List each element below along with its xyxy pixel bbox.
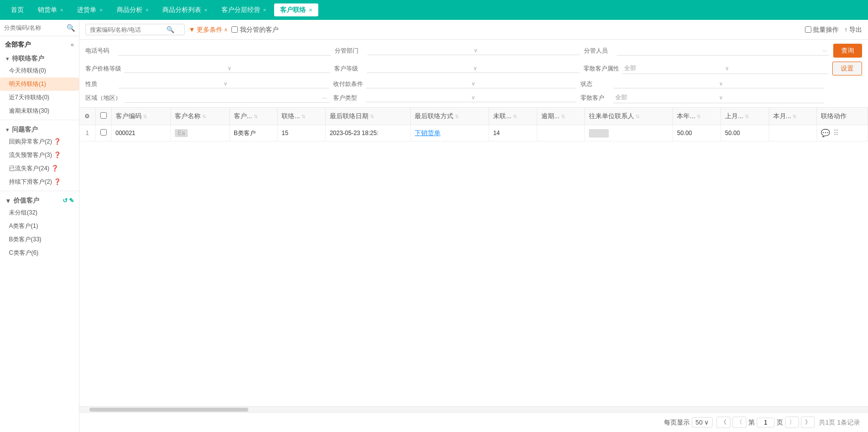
td-contact-person xyxy=(585,125,673,142)
sort-tm-icon[interactable]: ⇅ xyxy=(793,114,796,119)
close-customer-tier-icon[interactable]: × xyxy=(263,7,266,13)
close-analysis-icon[interactable]: × xyxy=(145,7,148,13)
page-unit: 页 xyxy=(777,418,783,427)
search-input[interactable] xyxy=(90,26,164,33)
export-btn[interactable]: ↑ 导出 xyxy=(845,25,863,34)
manager-input[interactable]: ··· xyxy=(617,46,829,56)
nav-item-analysis[interactable]: 商品分析 × xyxy=(111,3,154,16)
first-page-btn[interactable]: 《 xyxy=(717,417,730,428)
filter-row-4: 区域（地区） ··· 客户类型 ∨ 零散客户 全部 xyxy=(85,92,862,103)
region-select[interactable]: ··· xyxy=(124,93,329,103)
nav-item-customer-tier[interactable]: 客户分层经营 × xyxy=(216,3,272,16)
problem-customers-label: 问题客户 xyxy=(12,125,38,134)
table-body: 1 000021 Ea B类客户 15 2023-05-23 18:25: 下销… xyxy=(79,125,868,142)
nav-home[interactable]: 首页 xyxy=(5,3,30,16)
prev-page-btn[interactable]: 〈 xyxy=(732,417,746,428)
page-size-select: 每页显示 50 ∨ xyxy=(664,417,712,428)
dept-chevron-icon: ∨ xyxy=(474,47,578,54)
nature-select[interactable]: ∨ xyxy=(118,79,329,88)
batch-op-checkbox[interactable] xyxy=(805,26,811,33)
close-purchaseorder-icon[interactable]: × xyxy=(99,7,102,13)
query-btn[interactable]: 查询 xyxy=(833,44,862,58)
sort-lcd-icon[interactable]: ⇅ xyxy=(370,114,374,119)
table-header-row: ⚙ 客户编码⇅ 客户名称⇅ 客户...⇅ xyxy=(79,108,868,125)
sort-code-icon[interactable]: ⇅ xyxy=(143,114,147,119)
scrollbar-thumb[interactable] xyxy=(89,408,248,412)
th-last-contact-method: 最后联络方式⇅ xyxy=(411,108,489,125)
phone-input[interactable] xyxy=(118,46,331,56)
sidebar-item-classC[interactable]: C类客户(6) xyxy=(0,246,79,260)
th-action: 联络动作 xyxy=(817,108,868,125)
nav-item-purchaseorder[interactable]: 进货单 × xyxy=(71,3,108,16)
sidebar-item-ungrouped[interactable]: 未分组(32) xyxy=(0,206,79,219)
value-edit-icon[interactable]: ✎ xyxy=(69,197,74,204)
page-input[interactable] xyxy=(757,418,775,428)
value-refresh-icon[interactable]: ↺ xyxy=(63,197,68,204)
close-analysis-list-icon[interactable]: × xyxy=(204,7,207,13)
sort-cp-icon[interactable]: ⇅ xyxy=(636,114,640,119)
problem-customers-tri: ▼ xyxy=(5,127,10,133)
select-all-checkbox[interactable] xyxy=(100,112,107,119)
manager-dots-icon[interactable]: ··· xyxy=(822,47,827,54)
sidebar-item-overdue[interactable]: 逾期未联络(30) xyxy=(0,104,79,118)
th-contacts: 联络...⇅ xyxy=(278,108,326,125)
sort-lm-icon[interactable]: ⇅ xyxy=(745,114,749,119)
payment-terms-select[interactable]: ∨ xyxy=(366,79,577,88)
customer-type-select[interactable]: ∨ xyxy=(366,93,577,102)
customer-level-select[interactable]: ∨ xyxy=(367,64,579,73)
sidebar-item-churn-warning[interactable]: 流失预警客户(3) ❓ xyxy=(0,148,79,162)
last-contact-method-link[interactable]: 下销货单 xyxy=(415,129,440,137)
sort-lcm-icon[interactable]: ⇅ xyxy=(455,114,459,119)
td-action: 💬 ⠿ xyxy=(817,125,868,142)
batch-op-btn[interactable]: 批量操作 xyxy=(805,25,839,34)
my-customers-checkbox[interactable] xyxy=(231,26,238,33)
sidebar-item-repurchase-abnormal[interactable]: 回购异常客户(2) ❓ xyxy=(0,135,79,148)
nav-item-analysis-list[interactable]: 商品分析列表 × xyxy=(156,3,213,16)
export-label: 导出 xyxy=(849,25,862,34)
message-icon[interactable]: 💬 xyxy=(821,129,830,138)
close-customer-contact-icon[interactable]: × xyxy=(309,7,312,13)
close-salesorder-icon[interactable]: × xyxy=(60,7,63,13)
td-index: 1 xyxy=(79,125,95,142)
my-customers-checkbox-label[interactable]: 我分管的客户 xyxy=(231,25,279,34)
scatter-attr-select[interactable]: 全部 ∨ xyxy=(622,63,828,74)
sidebar-item-classB[interactable]: B类客户(33) xyxy=(0,233,79,246)
sort-nc-icon[interactable]: ⇅ xyxy=(513,114,517,119)
nav-item-customer-contact[interactable]: 客户联络 × xyxy=(274,3,318,16)
reset-btn[interactable]: 设置 xyxy=(832,62,862,75)
page-size-box[interactable]: 50 ∨ xyxy=(692,417,712,428)
dept-select[interactable]: ∨ xyxy=(367,46,580,55)
sidebar-item-tomorrow[interactable]: 明天待联络(1) xyxy=(0,77,79,91)
sidebar-search-input[interactable] xyxy=(4,24,65,31)
region-label: 区域（地区） xyxy=(85,94,121,102)
sidebar-item-declining[interactable]: 持续下滑客户(2) ❓ xyxy=(0,175,79,189)
th-not-contacted: 未联...⇅ xyxy=(489,108,537,125)
sort-ty-icon[interactable]: ⇅ xyxy=(697,114,701,119)
phone-label: 电话号码 xyxy=(85,47,115,55)
sort-overdue-icon[interactable]: ⇅ xyxy=(561,114,565,119)
price-level-select[interactable]: ∨ xyxy=(124,64,330,73)
next-page-btn[interactable]: 〉 xyxy=(785,417,799,428)
td-last-month: 50.00 xyxy=(721,125,769,142)
last-page-btn[interactable]: 》 xyxy=(801,417,815,428)
qr-icon[interactable]: ⠿ xyxy=(833,129,839,138)
horizontal-scrollbar[interactable] xyxy=(79,406,868,412)
region-dots-icon[interactable]: ··· xyxy=(322,94,327,101)
nav-item-salesorder[interactable]: 销货单 × xyxy=(32,3,69,16)
scatter-customer-select[interactable]: 全部 ∨ xyxy=(613,92,824,103)
collapse-sidebar-icon[interactable]: « xyxy=(71,41,74,48)
row-checkbox[interactable] xyxy=(100,129,107,136)
sidebar-search-icon[interactable]: 🔍 xyxy=(67,24,75,32)
th-settings[interactable]: ⚙ xyxy=(79,108,95,125)
sidebar-item-today[interactable]: 今天待联络(0) xyxy=(0,64,79,77)
status-select[interactable]: ∨ xyxy=(613,79,824,88)
sort-contacts-icon[interactable]: ⇅ xyxy=(301,114,305,119)
sidebar-item-churned[interactable]: 已流失客户(24) ❓ xyxy=(0,162,79,175)
sort-name-icon[interactable]: ⇅ xyxy=(202,114,206,119)
sidebar-item-classA[interactable]: A类客户(1) xyxy=(0,219,79,233)
more-conditions-btn[interactable]: ▼ 更多条件 ∧ xyxy=(189,25,227,34)
scatter-attr-chevron-icon: ∨ xyxy=(725,65,826,72)
search-icon[interactable]: 🔍 xyxy=(166,26,174,33)
sort-type-icon[interactable]: ⇅ xyxy=(254,114,258,119)
sidebar-item-7days[interactable]: 近7天待联络(0) xyxy=(0,91,79,104)
